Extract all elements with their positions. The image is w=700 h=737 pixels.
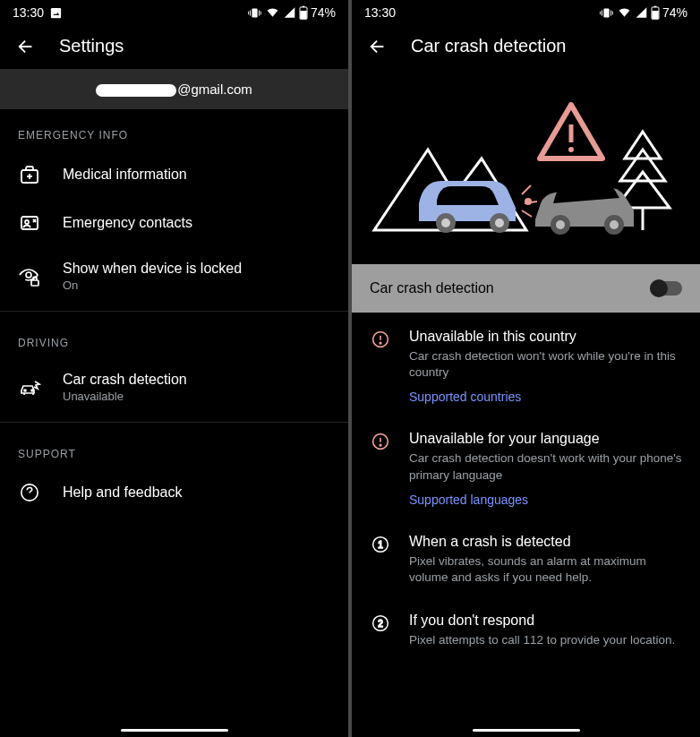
svg-text:2: 2 — [378, 619, 383, 629]
svg-rect-1 — [252, 8, 257, 17]
car-crash-detection-item[interactable]: Car crash detection Unavailable — [0, 358, 348, 416]
supported-countries-link[interactable]: Supported countries — [409, 390, 682, 404]
svg-point-8 — [26, 272, 31, 278]
item-desc: Car crash detection doesn't work with yo… — [409, 450, 682, 483]
app-bar: Settings — [0, 23, 348, 69]
info-error-icon — [371, 330, 389, 348]
emergency-contacts-item[interactable]: Emergency contacts — [0, 199, 348, 247]
help-label: Help and feedback — [63, 484, 182, 501]
signal-icon — [283, 6, 296, 19]
vibrate-icon — [599, 6, 614, 20]
divider — [0, 422, 348, 423]
item-title: Unavailable in this country — [409, 329, 682, 345]
svg-text:1: 1 — [378, 540, 383, 550]
item-title: Unavailable for your language — [409, 431, 682, 447]
help-icon — [20, 483, 39, 502]
status-battery: 74% — [662, 5, 687, 20]
step-1-icon: 1 — [371, 536, 389, 553]
info-error-icon — [371, 433, 389, 450]
svg-point-27 — [525, 199, 531, 204]
show-locked-label: Show when device is locked — [63, 261, 242, 277]
divider — [0, 311, 348, 312]
account-name-redacted — [96, 84, 176, 97]
show-locked-sub: On — [63, 279, 242, 292]
unavailable-language-item: Unavailable for your language Car crash … — [352, 415, 700, 517]
account-row[interactable]: @gmail.com — [0, 69, 348, 109]
svg-rect-4 — [303, 6, 305, 7]
home-handle[interactable] — [121, 729, 228, 732]
svg-point-7 — [25, 220, 29, 224]
settings-screen: 13:30 74% Settings @gmail.com EMERGENCY … — [0, 0, 348, 737]
toggle-label: Car crash detection — [370, 280, 494, 296]
svg-rect-13 — [603, 8, 609, 17]
contacts-label: Emergency contacts — [63, 215, 192, 231]
page-title: Settings — [59, 36, 124, 56]
svg-point-31 — [610, 220, 619, 229]
svg-line-24 — [522, 185, 531, 194]
vibrate-icon — [247, 6, 262, 20]
item-title: If you don't respond — [409, 613, 675, 629]
wifi-icon — [617, 6, 632, 19]
back-icon[interactable] — [16, 37, 36, 56]
when-crash-detected-item: 1 When a crash is detected Pixel vibrate… — [352, 518, 700, 596]
svg-point-21 — [441, 219, 450, 227]
supported-languages-link[interactable]: Supported languages — [409, 493, 682, 507]
svg-rect-9 — [31, 280, 38, 286]
status-bar: 13:30 74% — [352, 0, 700, 23]
battery-icon — [651, 5, 660, 20]
item-desc: Pixel vibrates, sounds an alarm at maxim… — [409, 553, 682, 586]
help-feedback-item[interactable]: Help and feedback — [0, 469, 348, 516]
svg-rect-0 — [51, 7, 61, 17]
svg-point-10 — [24, 390, 26, 391]
status-battery: 74% — [311, 5, 336, 20]
svg-point-29 — [556, 220, 565, 229]
item-desc: Car crash detection won't work while you… — [409, 348, 682, 381]
status-time: 13:30 — [13, 5, 44, 20]
app-bar: Car crash detection — [352, 23, 700, 69]
toggle-switch[interactable] — [650, 281, 682, 296]
section-header-driving: DRIVING — [0, 317, 348, 358]
crash-detection-screen: 13:30 74% Car crash detection — [352, 0, 700, 737]
back-icon[interactable] — [368, 37, 388, 56]
svg-point-11 — [31, 390, 33, 391]
section-header-emergency: EMERGENCY INFO — [0, 109, 348, 150]
eye-lock-icon — [18, 266, 41, 287]
medical-icon — [19, 164, 40, 185]
page-title: Car crash detection — [411, 36, 566, 56]
svg-rect-16 — [654, 6, 657, 7]
battery-icon — [299, 5, 308, 20]
svg-point-37 — [380, 445, 381, 447]
crash-sub: Unavailable — [63, 390, 187, 403]
svg-point-34 — [380, 342, 381, 344]
status-bar: 13:30 74% — [0, 0, 348, 23]
show-when-locked-item[interactable]: Show when device is locked On — [0, 247, 348, 305]
if-no-respond-item: 2 If you don't respond Pixel attempts to… — [352, 596, 700, 659]
svg-line-26 — [522, 210, 532, 217]
toggle-row[interactable]: Car crash detection — [352, 264, 700, 313]
svg-rect-3 — [300, 11, 306, 19]
svg-point-19 — [568, 147, 574, 152]
item-title: When a crash is detected — [409, 534, 682, 550]
unavailable-country-item: Unavailable in this country Car crash de… — [352, 313, 700, 415]
medical-information-item[interactable]: Medical information — [0, 150, 348, 199]
home-handle[interactable] — [473, 729, 580, 732]
image-icon — [49, 6, 63, 20]
status-time: 13:30 — [364, 5, 396, 20]
medical-label: Medical information — [63, 167, 187, 183]
section-header-support: SUPPORT — [0, 428, 348, 469]
car-crash-icon — [18, 377, 41, 398]
wifi-icon — [265, 6, 280, 19]
item-desc: Pixel attempts to call 112 to provide yo… — [409, 632, 675, 648]
hero-illustration — [352, 69, 700, 264]
svg-rect-15 — [652, 11, 658, 19]
step-2-icon: 2 — [371, 614, 389, 632]
svg-point-23 — [495, 219, 504, 227]
signal-icon — [635, 6, 648, 19]
contacts-icon — [19, 212, 40, 234]
account-email-suffix: @gmail.com — [177, 81, 252, 97]
crash-label: Car crash detection — [63, 372, 187, 388]
